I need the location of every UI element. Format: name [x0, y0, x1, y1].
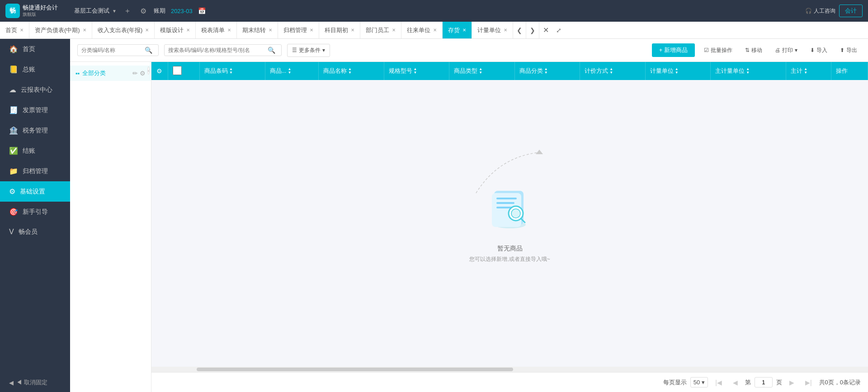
page-last-button[interactable]: ▶| — [802, 378, 816, 387]
sort-icon[interactable]: ▲▼ — [348, 67, 352, 75]
tab-inventory[interactable]: 存货 ✕ — [443, 22, 472, 39]
sort-icon[interactable]: ▲▼ — [804, 67, 807, 75]
tab-archive[interactable]: 归档管理 ✕ — [278, 22, 319, 39]
select-all-checkbox[interactable] — [173, 66, 182, 75]
sort-icon[interactable]: ▲▼ — [675, 67, 679, 75]
tab-close-icon[interactable]: ✕ — [310, 28, 313, 33]
page-input[interactable] — [755, 377, 773, 387]
tab-close-icon[interactable]: ✕ — [269, 28, 272, 33]
move-button[interactable]: ⇅ 移动 — [741, 45, 766, 56]
per-page-select[interactable]: 50 ▾ — [690, 377, 708, 387]
sidebar-item-guide[interactable]: 🎯 新手引导 — [0, 202, 70, 222]
page-first-button[interactable]: |◀ — [712, 378, 726, 387]
sort-icon[interactable]: ▲▼ — [414, 67, 417, 75]
page-prev-button[interactable]: ◀ — [729, 378, 741, 387]
th-product-name[interactable]: 商品名称 ▲▼ — [319, 62, 384, 80]
category-edit-icon[interactable]: ✏ — [132, 70, 138, 77]
scrollbar-thumb[interactable] — [197, 368, 513, 371]
tab-dept-employee[interactable]: 部门员工 ✕ — [360, 22, 401, 39]
th-main-count[interactable]: 主计 ▲▼ — [786, 62, 831, 80]
per-page-label: 每页显示 — [663, 378, 687, 387]
sidebar-item-closing[interactable]: ✅ 结账 — [0, 141, 70, 161]
import-button[interactable]: ⬇ 导入 — [807, 45, 831, 56]
sort-icon[interactable]: ▲▼ — [609, 67, 613, 75]
sidebar-item-tax[interactable]: 🏦 税务管理 — [0, 120, 70, 141]
settings-button[interactable]: ⚙ — [138, 5, 148, 17]
sort-icon[interactable]: ▲▼ — [229, 67, 233, 75]
sidebar-label: 发票管理 — [23, 106, 48, 114]
sidebar-item-basic-settings[interactable]: ⚙ 基础设置 — [0, 181, 70, 202]
sort-icon[interactable]: ▲▼ — [479, 67, 482, 75]
print-button[interactable]: 🖨 打印 ▾ — [771, 45, 801, 56]
print-arrow-icon: ▾ — [795, 47, 797, 53]
tab-close-icon[interactable]: ✕ — [462, 28, 466, 33]
sidebar-item-home[interactable]: 🏠 首页 — [0, 39, 70, 59]
tab-close-icon[interactable]: ✕ — [83, 28, 86, 33]
sidebar-item-archive[interactable]: 📁 归档管理 — [0, 161, 70, 181]
workspace-selector[interactable]: 基层工会测试 ▼ — [74, 7, 117, 15]
ledger-icon: 📒 — [9, 65, 18, 74]
tab-close-icon[interactable]: ✕ — [145, 28, 149, 33]
tab-income-report[interactable]: 收入支出表(年报) ✕ — [92, 22, 155, 39]
page-next-button[interactable]: ▶ — [786, 378, 798, 387]
th-unit[interactable]: 计量单位 ▲▼ — [645, 62, 711, 80]
tab-period-carry[interactable]: 期末结转 ✕ — [237, 22, 278, 39]
tab-balance-sheet[interactable]: 资产负债表(中期) ✕ — [29, 22, 92, 39]
sort-icon[interactable]: ▲▼ — [746, 67, 750, 75]
main-search-box[interactable]: 🔍 — [164, 44, 282, 56]
category-all[interactable]: ▪▪ 全部分类 ✏ ⚙ — [70, 66, 151, 81]
th-price-method[interactable]: 计价方式 ▲▼ — [580, 62, 646, 80]
main-search-icon[interactable]: 🔍 — [268, 47, 275, 54]
tab-close-icon[interactable]: ✕ — [227, 28, 231, 33]
category-search-icon[interactable]: 🔍 — [145, 47, 152, 54]
customer-service-button[interactable]: 🎧 人工咨询 — [805, 7, 835, 15]
sort-icon[interactable]: ▲▼ — [288, 67, 291, 75]
add-product-button[interactable]: + 新增商品 — [652, 43, 695, 57]
tab-template-design[interactable]: 模版设计 ✕ — [155, 22, 196, 39]
left-category-panel: ▪▪ 全部分类 ✏ ⚙ — [70, 62, 151, 392]
tab-subject-init[interactable]: 科目期初 ✕ — [319, 22, 360, 39]
kuaiji-button[interactable]: 会计 — [839, 5, 863, 17]
tab-label: 部门员工 — [366, 26, 389, 34]
th-barcode[interactable]: 商品条码 ▲▼ — [200, 62, 265, 80]
tab-close-icon[interactable]: ✕ — [186, 28, 190, 33]
tab-close-icon[interactable]: ✕ — [504, 28, 507, 33]
th-product-category[interactable]: 商品分类 ▲▼ — [514, 62, 580, 80]
tab-home[interactable]: 首页 ✕ — [0, 22, 29, 39]
horizontal-scrollbar[interactable] — [151, 367, 868, 372]
sidebar-collapse-button[interactable]: ◀ ◀ 取消固定 — [0, 373, 70, 392]
tab-close-icon[interactable]: ✕ — [351, 28, 354, 33]
tab-close-all[interactable]: ✕ — [539, 22, 552, 39]
category-search-input[interactable] — [81, 47, 145, 53]
tab-nav-right[interactable]: ❯ — [526, 22, 539, 39]
tab-nav-left[interactable]: ❮ — [513, 22, 526, 39]
th-product-type[interactable]: 商品类型 ▲▼ — [449, 62, 515, 80]
th-main-unit[interactable]: 主计量单位 ▲▼ — [711, 62, 786, 80]
category-search-box[interactable]: 🔍 — [77, 44, 159, 56]
main-search-input[interactable] — [168, 47, 268, 53]
tab-label: 存货 — [448, 26, 460, 34]
th-spec[interactable]: 规格型号 ▲▼ — [384, 62, 449, 80]
tab-contact[interactable]: 往来单位 ✕ — [401, 22, 443, 39]
tab-unit[interactable]: 计量单位 ✕ — [472, 22, 513, 39]
sidebar-item-general-ledger[interactable]: 📒 总账 — [0, 59, 70, 80]
sidebar-item-vip[interactable]: V 畅会员 — [0, 222, 70, 242]
tab-tax-list[interactable]: 税表清单 ✕ — [196, 22, 237, 39]
th-product-code[interactable]: 商品... ▲▼ — [265, 62, 318, 80]
add-workspace-button[interactable]: ＋ — [122, 5, 133, 18]
calendar-icon[interactable]: 📅 — [198, 7, 206, 14]
filter-button[interactable]: ☰ 更多条件 ▾ — [287, 44, 330, 57]
tab-close-icon[interactable]: ✕ — [20, 28, 24, 33]
th-gear[interactable]: ⚙ — [151, 62, 168, 80]
batch-operation-button[interactable]: ☑ 批量操作 — [700, 45, 736, 56]
pagination-bar: 每页显示 50 ▾ |◀ ◀ 第 页 ▶ ▶| 共0页，0条记录 — [151, 372, 868, 392]
tab-close-icon[interactable]: ✕ — [392, 28, 396, 33]
sort-icon[interactable]: ▲▼ — [544, 67, 548, 75]
sidebar-item-cloud-report[interactable]: ☁ 云报表中心 — [0, 80, 70, 100]
sidebar-item-invoice[interactable]: 🧾 发票管理 — [0, 100, 70, 120]
tab-close-icon[interactable]: ✕ — [433, 28, 437, 33]
th-checkbox[interactable] — [168, 62, 200, 80]
tab-expand[interactable]: ⤢ — [552, 22, 565, 39]
export-button[interactable]: ⬆ 导出 — [836, 45, 861, 56]
category-settings-icon[interactable]: ⚙ — [140, 70, 146, 77]
